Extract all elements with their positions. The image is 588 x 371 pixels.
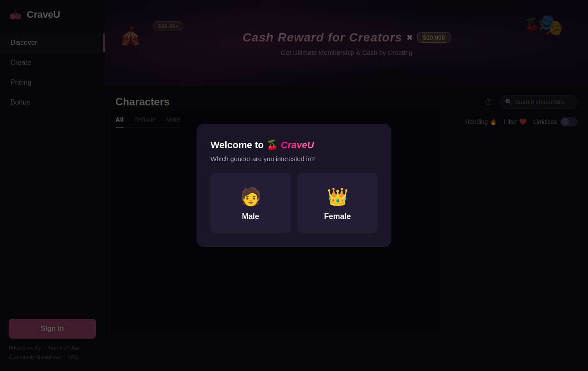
male-option[interactable]: 🧑 Male <box>211 173 291 233</box>
female-label: Female <box>324 212 351 221</box>
modal-subtitle: Which gender are you interested in? <box>211 155 377 162</box>
male-label: Male <box>242 212 259 221</box>
female-emoji: 👑 <box>327 187 348 207</box>
female-option[interactable]: 👑 Female <box>297 173 377 233</box>
brand-emoji: 🍒 <box>266 140 278 150</box>
welcome-modal: Welcome to 🍒 CraveU Which gender are you… <box>197 124 391 247</box>
modal-title: Welcome to 🍒 CraveU <box>211 140 377 151</box>
modal-overlay[interactable]: Welcome to 🍒 CraveU Which gender are you… <box>0 0 588 371</box>
brand-name: CraveU <box>281 140 314 150</box>
gender-options: 🧑 Male 👑 Female <box>211 173 377 233</box>
male-emoji: 🧑 <box>240 187 262 207</box>
